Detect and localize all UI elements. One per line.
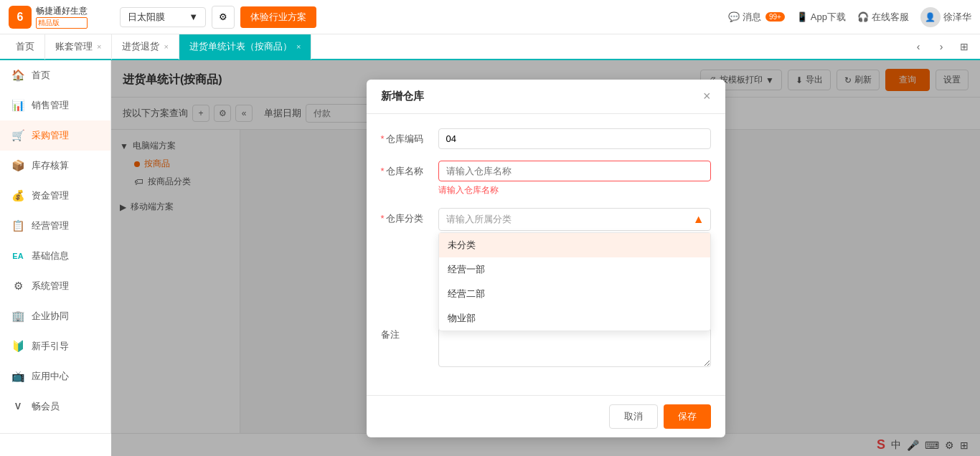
sidebar-item-enterprise[interactable]: 🏢 企业协同 (0, 301, 110, 331)
dropdown-item-2[interactable]: 经营二部 (439, 282, 710, 306)
user-button[interactable]: 👤 徐泽华 (920, 7, 971, 27)
finance-icon: 💰 (11, 189, 24, 202)
inventory-icon: 📦 (11, 159, 24, 172)
dropdown-item-3[interactable]: 物业部 (439, 306, 710, 331)
tab-purchase-stats-close[interactable]: × (296, 42, 301, 51)
sidebar-item-membership[interactable]: V 畅会员 (0, 391, 110, 422)
code-control (438, 128, 711, 149)
sidebar-item-purchase-label: 采购管理 (32, 129, 69, 142)
category-select[interactable]: 请输入所属分类 ▲ (438, 208, 711, 231)
remark-label: 备注 (381, 324, 438, 341)
dialog-body: * 仓库编码 * 仓库名称 (367, 114, 725, 395)
tab-purchase-return[interactable]: 进货退货 × (112, 34, 179, 60)
name-control: 请输入仓库名称 (438, 161, 711, 196)
tab-accounts-label: 账套管理 (55, 40, 93, 53)
form-row-name: * 仓库名称 请输入仓库名称 (381, 161, 711, 196)
message-label: 消息 (743, 11, 761, 24)
trial-button[interactable]: 体验行业方案 (240, 6, 316, 28)
username-label: 徐泽华 (943, 11, 971, 24)
sidebar-item-enterprise-label: 企业协同 (32, 310, 69, 323)
top-actions: 💬 消息 99+ 📱 App下载 🎧 在线客服 👤 徐泽华 (728, 7, 971, 27)
category-control: 请输入所属分类 ▲ 未分类 经营一部 经营二部 物业部 (438, 208, 711, 231)
new-warehouse-dialog: 新增仓库 × * 仓库编码 (367, 80, 725, 437)
dialog-footer: 取消 保存 (367, 395, 725, 437)
dialog-title: 新增仓库 (381, 90, 424, 103)
code-label: * 仓库编码 (381, 128, 438, 146)
purchase-icon: 🛒 (11, 129, 24, 142)
avatar: 👤 (920, 7, 941, 27)
tab-accounts[interactable]: 账套管理 × (45, 34, 112, 60)
content-area: 进货单统计(按商品) 🖨 按模板打印 ▼ ⬇ 导出 ↻ 刷新 查询 设置 (111, 60, 980, 456)
tab-purchase-stats[interactable]: 进货单统计表（按商品） × (179, 34, 311, 60)
settings-button[interactable]: ⚙ (212, 6, 235, 29)
sidebar-item-finance-label: 资金管理 (32, 189, 69, 202)
sidebar-item-sales[interactable]: 📊 销售管理 (0, 90, 110, 120)
name-error-msg: 请输入仓库名称 (438, 184, 711, 196)
sidebar-item-membership-label: 畅会员 (32, 400, 60, 413)
code-input[interactable] (438, 128, 711, 149)
message-badge: 99+ (765, 12, 785, 22)
operations-icon: 📋 (11, 219, 24, 232)
sidebar-item-app-center-label: 应用中心 (32, 370, 69, 383)
sidebar-item-inventory-label: 库存核算 (32, 159, 69, 172)
sidebar-item-operations-label: 经营管理 (32, 219, 69, 232)
tab-accounts-close[interactable]: × (97, 42, 101, 51)
tab-purchase-stats-label: 进货单统计表（按商品） (189, 40, 292, 53)
save-button[interactable]: 保存 (664, 404, 711, 429)
system-icon: ⚙ (11, 280, 24, 293)
sidebar-item-finance[interactable]: 💰 资金管理 (0, 181, 110, 211)
tab-purchase-return-close[interactable]: × (164, 42, 168, 51)
dropdown-item-1[interactable]: 经营一部 (439, 257, 710, 282)
sidebar-item-basic-info-label: 基础信息 (32, 250, 69, 262)
phone-icon: 📱 (796, 11, 808, 22)
sidebar-item-purchase[interactable]: 🛒 采购管理 (0, 120, 110, 151)
sidebar: 🏠 首页 📊 销售管理 🛒 采购管理 📦 库存核算 💰 资金管理 📋 经营管理 … (0, 60, 111, 456)
message-icon: 💬 (728, 11, 740, 22)
dropdown-item-0[interactable]: 未分类 (439, 233, 710, 257)
chevron-down-icon: ▼ (189, 11, 198, 22)
sidebar-item-home-label: 首页 (32, 69, 50, 82)
app-center-icon: 📺 (11, 370, 24, 383)
message-button[interactable]: 💬 消息 99+ (728, 11, 785, 24)
sidebar-item-operations[interactable]: 📋 经营管理 (0, 211, 110, 241)
customer-service-button[interactable]: 🎧 在线客服 (857, 11, 909, 24)
top-bar: 6 畅捷通好生意 精品版 日太阳膜 ▼ ⚙ 体验行业方案 💬 消息 99+ 📱 … (0, 0, 980, 34)
tab-home[interactable]: 首页 (6, 34, 45, 60)
tab-prev-btn[interactable]: ‹ (908, 37, 928, 57)
store-selector[interactable]: 日太阳膜 ▼ (120, 7, 206, 27)
membership-icon: V (11, 400, 24, 413)
select-arrow-icon[interactable]: ▲ (693, 213, 705, 226)
tab-expand-btn[interactable]: ⊞ (954, 37, 974, 57)
sidebar-item-guide[interactable]: 🔰 新手引导 (0, 331, 110, 361)
enterprise-icon: 🏢 (11, 310, 24, 323)
form-row-code: * 仓库编码 (381, 128, 711, 149)
form-row-category: * 仓库分类 请输入所属分类 ▲ 未分类 经营一部 (381, 208, 711, 231)
gear-icon: ⚙ (219, 11, 227, 22)
tab-purchase-return-label: 进货退货 (122, 40, 159, 53)
cancel-button[interactable]: 取消 (609, 404, 658, 429)
app-logo-icon: 6 (9, 6, 32, 29)
tab-bar: 首页 账套管理 × 进货退货 × 进货单统计表（按商品） × ‹ › ⊞ (0, 34, 980, 60)
guide-icon: 🔰 (11, 340, 24, 353)
basic-info-icon: EA (11, 250, 24, 262)
sidebar-item-system-label: 系统管理 (32, 280, 69, 293)
app-download-button[interactable]: 📱 App下载 (796, 11, 846, 24)
category-label: * 仓库分类 (381, 208, 438, 225)
name-input[interactable] (438, 161, 711, 181)
logo-area: 6 畅捷通好生意 精品版 (9, 5, 120, 29)
sidebar-item-system[interactable]: ⚙ 系统管理 (0, 271, 110, 301)
dialog-close-button[interactable]: × (703, 90, 711, 103)
sidebar-item-app-center[interactable]: 📺 应用中心 (0, 361, 110, 391)
sidebar-item-basic-info[interactable]: EA 基础信息 (0, 241, 110, 271)
store-name: 日太阳膜 (128, 11, 165, 24)
modal-overlay[interactable]: 新增仓库 × * 仓库编码 (111, 60, 980, 456)
sidebar-item-inventory[interactable]: 📦 库存核算 (0, 151, 110, 181)
category-placeholder: 请输入所属分类 (446, 213, 512, 226)
sidebar-item-home[interactable]: 🏠 首页 (0, 60, 110, 90)
sidebar-item-guide-label: 新手引导 (32, 340, 69, 353)
dialog-header: 新增仓库 × (367, 80, 725, 114)
app-download-label: App下载 (811, 11, 846, 24)
tab-next-btn[interactable]: › (931, 37, 951, 57)
category-dropdown: 未分类 经营一部 经营二部 物业部 (438, 232, 711, 331)
tab-home-label: 首页 (16, 40, 34, 53)
